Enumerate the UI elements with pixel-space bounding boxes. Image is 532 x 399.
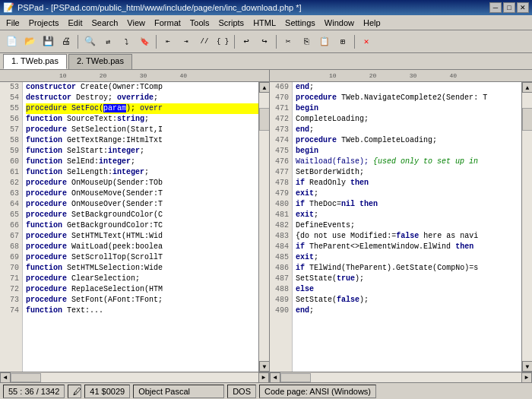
code-line[interactable]: constructor Create(Owner:TComp bbox=[26, 82, 258, 93]
undo-button[interactable]: ↩ bbox=[238, 33, 255, 50]
code-line[interactable]: exit; bbox=[296, 188, 521, 199]
code-line[interactable]: if TElWind(TheParent).GetState(CompNo)=s bbox=[296, 263, 521, 274]
code-line[interactable]: {do not use Modified:=false here as navi bbox=[296, 231, 521, 242]
maximize-button[interactable]: □ bbox=[503, 2, 515, 13]
right-hscroll-track[interactable] bbox=[280, 373, 521, 382]
code-line[interactable]: procedure SetSelection(Start,I bbox=[26, 125, 258, 135]
code-line[interactable]: procedure OnMouseUp(Sender:TOb bbox=[26, 178, 258, 188]
find-replace-button[interactable]: ⇄ bbox=[100, 33, 116, 50]
code-line[interactable]: end; bbox=[296, 306, 521, 316]
menu-help[interactable]: Help bbox=[359, 17, 385, 29]
code-line[interactable]: function SourceText:string; bbox=[26, 114, 258, 125]
title-bar-controls[interactable]: ─ □ ✕ bbox=[489, 2, 529, 13]
right-scroll-down[interactable]: ▼ bbox=[522, 361, 532, 372]
code-line[interactable]: procedure SetFoc(param); overr bbox=[26, 103, 258, 114]
code-line[interactable]: begin bbox=[296, 146, 521, 157]
right-code-area[interactable]: 4694704714724734744754764774784794804814… bbox=[270, 82, 521, 372]
code-line[interactable]: function SelStart:integer; bbox=[26, 146, 258, 157]
code-line[interactable]: if TheDoc=nil then bbox=[296, 199, 521, 210]
code-line[interactable]: procedure OnMouseOver(Sender:T bbox=[26, 199, 258, 210]
right-hscroll[interactable]: ◄ ► bbox=[270, 372, 532, 382]
code-line[interactable]: procedure SetScrollTop(ScrollT bbox=[26, 252, 258, 263]
right-scroll-track[interactable] bbox=[522, 93, 532, 361]
code-line[interactable]: procedure TWeb.NavigateComplete2(Sender:… bbox=[296, 93, 521, 103]
close-button[interactable]: ✕ bbox=[517, 2, 529, 13]
menu-settings[interactable]: Settings bbox=[280, 17, 320, 29]
code-line[interactable]: function GetBackgroundColor:TC bbox=[26, 220, 258, 231]
left-scroll-down[interactable]: ▼ bbox=[259, 361, 269, 372]
run-button[interactable]: ✕ bbox=[358, 33, 375, 50]
code-line[interactable]: begin bbox=[296, 103, 521, 114]
menu-view[interactable]: View bbox=[122, 17, 150, 29]
code-line[interactable]: procedure ClearSelection; bbox=[26, 274, 258, 284]
code-line[interactable]: if ReadOnly then bbox=[296, 178, 521, 188]
right-scroll-up[interactable]: ▲ bbox=[522, 82, 532, 93]
format-button[interactable]: { } bbox=[214, 33, 231, 50]
menu-html[interactable]: HTML bbox=[249, 17, 280, 29]
left-hscroll-track[interactable] bbox=[11, 373, 258, 382]
code-line[interactable]: if TheParent<>ElementWindow.ElWind then bbox=[296, 242, 521, 252]
print-button[interactable]: 🖨 bbox=[58, 33, 74, 50]
code-line[interactable]: end; bbox=[296, 82, 521, 93]
left-hscroll[interactable]: ◄ ► bbox=[0, 372, 269, 382]
paste-button[interactable]: 📋 bbox=[316, 33, 333, 50]
new-button[interactable]: 📄 bbox=[3, 33, 20, 50]
code-line[interactable]: destructor Destroy; override; bbox=[26, 93, 258, 103]
menu-search[interactable]: Search bbox=[87, 17, 122, 29]
open-button[interactable]: 📂 bbox=[21, 33, 38, 50]
code-line[interactable]: procedure SetHTMLText(HTML:Wid bbox=[26, 231, 258, 242]
left-hscroll-right[interactable]: ► bbox=[258, 372, 269, 383]
left-vscroll[interactable]: ▲ ▼ bbox=[258, 82, 269, 372]
left-scroll-thumb[interactable] bbox=[259, 108, 269, 131]
code-line[interactable]: exit; bbox=[296, 210, 521, 220]
code-line[interactable]: DefineEvents; bbox=[296, 220, 521, 231]
tab-1[interactable]: 1. TWeb.pas bbox=[3, 54, 67, 69]
left-hscroll-thumb[interactable] bbox=[11, 373, 41, 382]
save-button[interactable]: 💾 bbox=[40, 33, 56, 50]
code-line[interactable]: exit; bbox=[296, 252, 521, 263]
bookmark-button[interactable]: 🔖 bbox=[136, 33, 153, 50]
right-hscroll-left[interactable]: ◄ bbox=[270, 372, 280, 383]
comment-button[interactable]: // bbox=[196, 33, 213, 50]
menu-edit[interactable]: Edit bbox=[63, 17, 87, 29]
code-line[interactable]: else bbox=[296, 284, 521, 295]
right-scroll-thumb[interactable] bbox=[522, 108, 532, 131]
code-line[interactable]: procedure ReplaceSelection(HTM bbox=[26, 284, 258, 295]
code-line[interactable]: function GetTextRange:IHtmlTxt bbox=[26, 135, 258, 146]
right-hscroll-thumb[interactable] bbox=[280, 373, 311, 382]
menu-tools[interactable]: Tools bbox=[185, 17, 214, 29]
select-all-button[interactable]: ⊞ bbox=[334, 33, 351, 50]
code-line[interactable]: procedure OnMouseMove(Sender:T bbox=[26, 188, 258, 199]
copy-button[interactable]: ⎘ bbox=[298, 33, 315, 50]
code-line[interactable]: function Text:... bbox=[26, 306, 258, 316]
menu-scripts[interactable]: Scripts bbox=[214, 17, 249, 29]
code-line[interactable]: function SetHTMLSelection:Wide bbox=[26, 263, 258, 274]
find-button[interactable]: 🔍 bbox=[81, 33, 98, 50]
cut-button[interactable]: ✂ bbox=[280, 33, 296, 50]
right-vscroll[interactable]: ▲ ▼ bbox=[521, 82, 532, 372]
redo-button[interactable]: ↪ bbox=[256, 33, 273, 50]
minimize-button[interactable]: ─ bbox=[489, 2, 502, 13]
tab-2[interactable]: 2. TWeb.pas bbox=[68, 54, 132, 69]
code-line[interactable]: procedure TWeb.CompleteLoading; bbox=[296, 135, 521, 146]
goto-button[interactable]: ⤵ bbox=[118, 33, 135, 50]
code-line[interactable]: function SelEnd:integer; bbox=[26, 157, 258, 167]
code-line[interactable]: end; bbox=[296, 125, 521, 135]
right-code-lines[interactable]: end;procedure TWeb.NavigateComplete2(Sen… bbox=[293, 82, 521, 372]
code-line[interactable]: Waitload(false); {used only to set up in bbox=[296, 157, 521, 167]
left-scroll-track[interactable] bbox=[259, 93, 269, 361]
code-line[interactable]: SetState(true); bbox=[296, 274, 521, 284]
code-line[interactable]: procedure WaitLoad(peek:boolea bbox=[26, 242, 258, 252]
code-line[interactable]: procedure SetFont(AFont:TFont; bbox=[26, 295, 258, 306]
left-code-area[interactable]: 5354555657585960616263646566676869707172… bbox=[0, 82, 258, 372]
indent-button[interactable]: ⇤ bbox=[160, 33, 176, 50]
unindent-button[interactable]: ⇥ bbox=[178, 33, 195, 50]
menu-format[interactable]: Format bbox=[150, 17, 185, 29]
left-code-lines[interactable]: constructor Create(Owner:TComp destructo… bbox=[23, 82, 258, 372]
left-scroll-up[interactable]: ▲ bbox=[259, 82, 269, 93]
code-line[interactable]: function SelLength:integer; bbox=[26, 167, 258, 178]
right-hscroll-right[interactable]: ► bbox=[521, 372, 532, 383]
code-line[interactable]: CompleteLoading; bbox=[296, 114, 521, 125]
menu-projects[interactable]: Projects bbox=[24, 17, 64, 29]
code-line[interactable]: procedure SetBackgroundColor(C bbox=[26, 210, 258, 220]
